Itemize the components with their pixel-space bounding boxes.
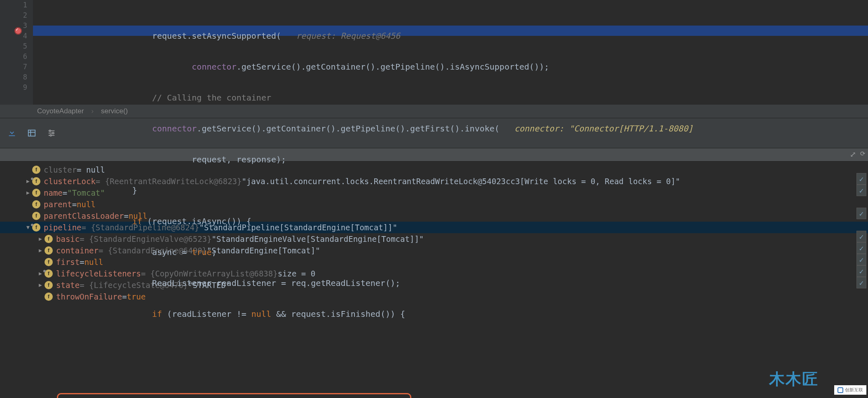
gutter: 1 2 3 4 5 6 7 8 9: [0, 0, 33, 105]
code-text: ReadListener readListener = req.getReadL…: [152, 278, 400, 288]
line-number: 2: [0, 10, 27, 21]
variable-type: = {CopyOnWriteArrayList@6838}: [141, 268, 278, 279]
code-text: .getService().getContainer().getPipeline…: [197, 124, 500, 133]
field-icon: f: [32, 177, 40, 185]
code-keyword: true: [192, 247, 211, 257]
expand-icon[interactable]: ⤢: [850, 150, 856, 159]
code-text: request.setAsyncSupported(: [152, 31, 281, 41]
code-text: }: [132, 185, 137, 195]
code-keyword: if: [152, 309, 162, 319]
watch-checkbox[interactable]: ✓: [856, 242, 866, 254]
variable-name: basic: [56, 233, 80, 245]
variable-value: =: [80, 256, 84, 268]
watch-checkbox[interactable]: ✓: [856, 173, 866, 185]
field-icon: f: [45, 269, 53, 278]
code-text: connector: [152, 124, 197, 133]
variable-value: null: [84, 256, 103, 268]
watch-checkbox[interactable]: ✓: [856, 277, 866, 288]
variable-row[interactable]: ▶fbasic = {StandardEngineValve@6523} "St…: [0, 233, 868, 245]
variable-row[interactable]: ffirst = null: [0, 256, 868, 268]
watch-checkbox[interactable]: ✓: [856, 208, 866, 219]
line-number: 6: [0, 52, 27, 62]
code-keyword: null: [251, 309, 271, 319]
variable-name: cluster: [44, 164, 77, 176]
step-into-icon[interactable]: [7, 129, 16, 138]
highlight-annotation: [57, 393, 411, 398]
variable-value: "java.util.concurrent.locks.ReentrantRea…: [242, 176, 680, 187]
code-text: && request.isFinished()) {: [271, 309, 405, 319]
variable-row[interactable]: ▶flifecycleListeners = {CopyOnWriteArray…: [0, 268, 868, 279]
line-number: 7: [0, 62, 27, 72]
watch-checkbox[interactable]: ✓: [856, 254, 866, 265]
code-text: connector: [192, 62, 236, 72]
expand-arrow-icon[interactable]: ▶: [25, 176, 31, 187]
expand-arrow-icon[interactable]: ▼: [25, 222, 31, 233]
variable-type: = {StandardEngineValve@6523}: [80, 233, 211, 245]
line-number: 4: [0, 31, 27, 41]
field-icon: f: [32, 166, 40, 174]
variable-value: =: [122, 291, 127, 302]
watch-checkbox[interactable]: ✓: [856, 265, 866, 277]
variable-row[interactable]: fparent = null: [0, 199, 868, 210]
variable-row[interactable]: fcluster = null: [0, 164, 868, 176]
code-keyword: if: [132, 216, 142, 226]
line-number: 8: [0, 72, 27, 82]
variable-value: size = 0: [278, 268, 316, 279]
variable-name: parent: [44, 199, 72, 210]
variable-value: null: [77, 199, 96, 210]
variable-name: first: [56, 256, 80, 268]
field-icon: f: [45, 258, 53, 266]
line-number: 9: [0, 82, 27, 93]
inline-value-hint: connector: "Connector[HTTP/1.1-8080]: [500, 124, 693, 133]
code-text: (readListener !=: [162, 309, 251, 319]
code-text: (request.isAsync()) {: [142, 216, 251, 226]
field-icon: f: [45, 293, 53, 301]
watch-checkbox[interactable]: ✓: [856, 231, 866, 242]
line-number: 1: [0, 0, 27, 10]
field-icon: f: [32, 200, 40, 208]
code-area[interactable]: request.setAsyncSupported( request: Requ…: [33, 0, 868, 105]
watch-checkbox[interactable]: ✓: [856, 185, 866, 196]
variable-value: "StandardEngine[Tomcat]": [207, 245, 320, 256]
code-comment: // Calling the container: [152, 93, 271, 103]
watch-checkbox-column: ✓✓✓✓✓✓✓✓: [856, 173, 866, 288]
variable-value: =: [72, 199, 77, 210]
line-number: 3: [0, 21, 27, 31]
watermark-badge: 创新互联: [834, 385, 866, 395]
param-hint: request: Request@6456: [281, 31, 400, 41]
code-text: request, response);: [192, 155, 286, 164]
variable-value: = null: [77, 164, 105, 176]
expand-arrow-icon[interactable]: ▶: [37, 233, 44, 245]
variable-name: throwOnFailure: [56, 291, 122, 302]
breakpoint-icon[interactable]: [14, 27, 22, 35]
expand-arrow-icon[interactable]: ▶: [37, 268, 44, 279]
field-icon: f: [45, 235, 53, 243]
variable-name: lifecycleListeners: [56, 268, 141, 279]
line-number: 5: [0, 41, 27, 52]
watermark-text: 木木匠: [769, 369, 819, 390]
code-text: .getService().getContainer().getPipeline…: [237, 62, 549, 72]
variable-value: "StandardEngineValve[StandardEngine[Tomc…: [212, 233, 424, 245]
refresh-icon[interactable]: ⟳: [860, 150, 866, 159]
code-editor[interactable]: 1 2 3 4 5 6 7 8 9 request.setAsyncSuppor…: [0, 0, 868, 105]
code-text: ;: [211, 247, 216, 257]
variable-row[interactable]: fthrowOnFailure = true: [0, 291, 868, 302]
expand-arrow-icon[interactable]: ▶: [25, 187, 31, 199]
code-text: async =: [152, 247, 192, 257]
variable-value: true: [127, 291, 146, 302]
